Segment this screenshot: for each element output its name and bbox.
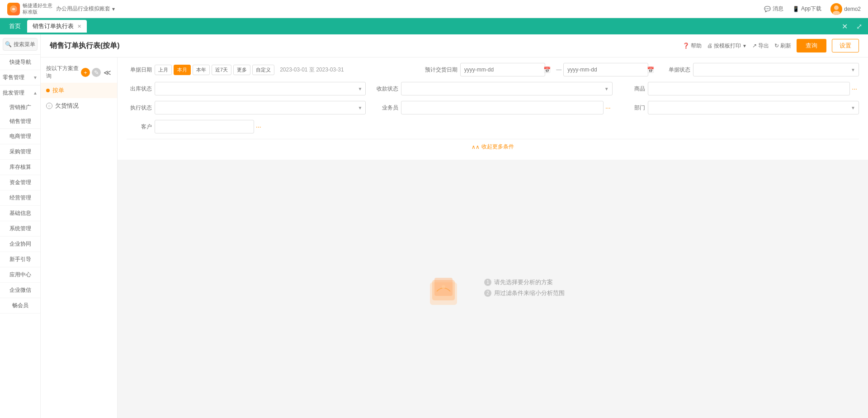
- header-left: 畅捷通好生意 标准版 办公用品行业模拟账套 ▾: [7, 3, 115, 15]
- customer-input[interactable]: [155, 120, 254, 133]
- goods-label: 商品: [620, 85, 645, 93]
- hint-num-1: 1: [484, 279, 491, 286]
- date-btn-more[interactable]: 更多: [233, 65, 250, 75]
- filter-shipment-item: 出库状态 ▼: [127, 82, 366, 95]
- goods-more-icon[interactable]: ···: [850, 85, 859, 92]
- collapse-bar[interactable]: ∧∧ 收起更多条件: [127, 139, 859, 154]
- tab-bar: 首页 销售订单执行表 ✕ ✕ ⤢: [0, 18, 868, 34]
- filter-row-3: 执行状态 ▼ 业务员: [127, 101, 859, 114]
- collapse-scheme-button[interactable]: ≪: [103, 68, 112, 77]
- export-button[interactable]: ↗ 导出: [752, 42, 769, 50]
- sidebar-item-basic[interactable]: 基础信息: [0, 206, 40, 221]
- tab-actions: ✕ ⤢: [839, 21, 864, 32]
- filter-execution-item: 执行状态 ▼: [127, 101, 366, 114]
- sidebar-search-area: 🔍 搜索菜单: [0, 34, 40, 55]
- expected-date-label: 预计交货日期: [425, 66, 458, 74]
- execution-label: 执行状态: [127, 104, 152, 112]
- date-btn-custom[interactable]: 自定义: [252, 65, 274, 75]
- sidebar-item-wechat[interactable]: 企业微信: [0, 283, 40, 298]
- active-scheme-dot: [46, 89, 50, 92]
- date-btn-last-month[interactable]: 上月: [155, 65, 172, 75]
- goods-input[interactable]: [648, 82, 850, 95]
- filter-department-item: 部门 ▼: [620, 101, 859, 114]
- sidebar-item-newbie[interactable]: 新手引导: [0, 252, 40, 267]
- scheme-item-shortage[interactable]: ○ 欠货情况: [41, 98, 117, 114]
- add-scheme-button[interactable]: +: [81, 68, 90, 77]
- tab-maximize-button[interactable]: ⤢: [854, 21, 864, 32]
- department-select[interactable]: [648, 101, 859, 114]
- print-button[interactable]: 🖨 按模板打印 ▼: [707, 42, 747, 50]
- sidebar-item-purchase[interactable]: 采购管理: [0, 144, 40, 160]
- logo-text: 畅捷通好生意 标准版: [23, 3, 52, 14]
- date-separator: —: [556, 66, 561, 73]
- sidebar-item-marketing[interactable]: 营销推广: [0, 100, 40, 114]
- sidebar-item-quick-nav[interactable]: 快捷导航: [0, 55, 40, 70]
- sidebar-item-operations[interactable]: 经营管理: [0, 190, 40, 206]
- tab-minimize-button[interactable]: ✕: [839, 21, 850, 32]
- left-panel: 按以下方案查询 + ✎ ≪ 按单 ○ 欠货情况: [41, 57, 118, 418]
- salesperson-more-icon[interactable]: ···: [604, 104, 613, 111]
- sidebar-item-finance[interactable]: 资金管理: [0, 175, 40, 190]
- receipt-select[interactable]: [401, 82, 612, 95]
- user-menu[interactable]: demo2: [830, 3, 861, 15]
- sidebar-item-retail[interactable]: 零售管理 ▼: [0, 70, 40, 85]
- expected-date-from-input[interactable]: [460, 63, 545, 76]
- receipt-control: ▼: [401, 82, 612, 95]
- page-path[interactable]: 办公用品行业模拟账套 ▾: [56, 5, 115, 13]
- date-label: 单据日期: [127, 66, 152, 74]
- customer-more-icon[interactable]: ···: [254, 123, 263, 130]
- message-icon: 💬: [764, 6, 771, 12]
- sidebar-item-inventory[interactable]: 库存核算: [0, 160, 40, 175]
- sidebar-item-member[interactable]: 畅会员: [0, 298, 40, 314]
- tab-home[interactable]: 首页: [4, 20, 26, 33]
- svg-point-1: [834, 5, 839, 10]
- svg-point-2: [833, 11, 840, 15]
- search-button[interactable]: 查询: [797, 39, 826, 52]
- order-status-control: ▼: [693, 63, 859, 76]
- date-btn-current-month[interactable]: 本月: [174, 65, 191, 75]
- help-button[interactable]: ❓ 帮助: [683, 42, 702, 50]
- tab-close-button[interactable]: ✕: [77, 24, 81, 29]
- app-download-button[interactable]: 📱 App下载: [793, 5, 821, 13]
- sidebar-item-enterprise[interactable]: 企业协同: [0, 237, 40, 252]
- page-header: 销售订单执行表(按单) ❓ 帮助 🖨 按模板打印 ▼ ↗ 导出 ↻ 刷新: [41, 34, 868, 57]
- scheme-item-bandan[interactable]: 按单: [41, 83, 117, 98]
- execution-select[interactable]: [155, 101, 366, 114]
- filter-panel: 单据日期 上月 本月 本年 近7天 更多 自定义 2023-03-01 至 20…: [118, 57, 868, 160]
- sidebar-item-system[interactable]: 系统管理: [0, 221, 40, 237]
- filter-order-status-item: 单据状态 ▼: [665, 63, 859, 76]
- avatar: [830, 3, 842, 15]
- filter-section: 单据日期 上月 本月 本年 近7天 更多 自定义 2023-03-01 至 20…: [118, 57, 868, 160]
- order-status-select[interactable]: [693, 63, 859, 76]
- message-button[interactable]: 💬 消息: [764, 5, 783, 13]
- filter-row-4: 客户 ···: [127, 120, 307, 133]
- empty-hint-2: 2 用过滤条件来缩小分析范围: [484, 289, 565, 297]
- filter-row-1: 单据日期 上月 本月 本年 近7天 更多 自定义 2023-03-01 至 20…: [127, 63, 859, 76]
- order-status-label: 单据状态: [665, 66, 690, 74]
- main-content-split: 单据日期 上月 本月 本年 近7天 更多 自定义 2023-03-01 至 20…: [118, 57, 868, 418]
- goods-control: ···: [648, 82, 859, 95]
- collapse-icon: ∧∧: [472, 144, 480, 150]
- edit-scheme-button[interactable]: ✎: [92, 68, 101, 77]
- retail-arrow-icon: ▼: [33, 75, 38, 80]
- sidebar: 🔍 搜索菜单 快捷导航 零售管理 ▼ 批发管理 ▲ 营销推广 销售管理: [0, 34, 41, 418]
- expected-date-to-input[interactable]: [563, 63, 648, 76]
- secondary-scheme-icon: ○: [46, 103, 52, 109]
- print-icon: 🖨: [707, 43, 712, 49]
- sidebar-item-ecommerce[interactable]: 电商管理: [0, 129, 40, 144]
- sidebar-item-wholesale[interactable]: 批发管理 ▲: [0, 86, 40, 100]
- sidebar-item-sales[interactable]: 销售管理: [0, 114, 40, 128]
- shipment-select[interactable]: [155, 82, 366, 95]
- settings-button[interactable]: 设置: [832, 39, 859, 52]
- salesperson-input[interactable]: [401, 101, 604, 114]
- tab-sales-order[interactable]: 销售订单执行表 ✕: [27, 20, 87, 33]
- search-menu-button[interactable]: 🔍 搜索菜单: [3, 38, 38, 51]
- empty-state: 1 请先选择要分析的方案 2 用过滤条件来缩小分析范围: [421, 266, 565, 312]
- refresh-button[interactable]: ↻ 刷新: [774, 42, 791, 50]
- date-btn-7days[interactable]: 近7天: [212, 65, 231, 75]
- wholesale-arrow-icon: ▲: [33, 90, 38, 95]
- sidebar-item-app-center[interactable]: 应用中心: [0, 267, 40, 283]
- customer-control: ···: [155, 120, 307, 133]
- expected-date-from-wrap: 📅: [460, 63, 555, 76]
- date-btn-current-year[interactable]: 本年: [193, 65, 210, 75]
